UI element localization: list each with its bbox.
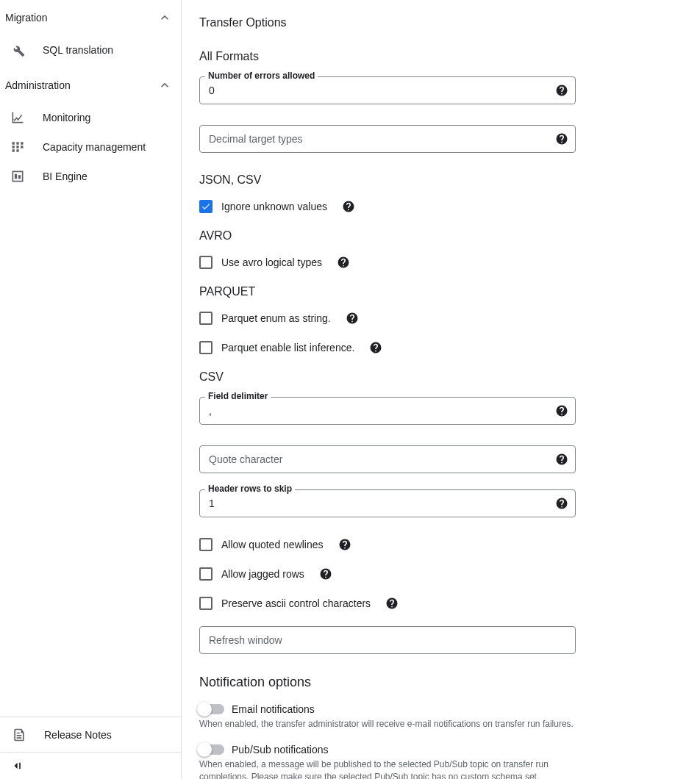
quote-character-input[interactable] xyxy=(199,445,576,473)
sidebar-item-bi-engine[interactable]: BI Engine xyxy=(0,162,181,191)
help-icon[interactable] xyxy=(555,404,568,417)
help-icon[interactable] xyxy=(385,597,399,610)
field-delimiter-field: Field delimiter xyxy=(199,397,576,425)
pubsub-notifications-label: Pub/Sub notifications xyxy=(232,744,329,755)
allow-jagged-rows-label: Allow jagged rows xyxy=(221,568,304,580)
notes-icon xyxy=(12,728,26,742)
chevron-up-icon xyxy=(157,78,172,93)
sidebar-section-label: Administration xyxy=(5,79,71,91)
help-icon[interactable] xyxy=(555,497,568,510)
sidebar-item-capacity[interactable]: Capacity management xyxy=(0,132,181,162)
allow-quoted-newlines-label: Allow quoted newlines xyxy=(221,539,324,550)
ignore-unknown-checkbox[interactable] xyxy=(199,200,213,213)
header-rows-field: Header rows to skip xyxy=(199,489,576,517)
chart-icon xyxy=(10,110,25,125)
sidebar-item-sql-translation[interactable]: SQL translation xyxy=(0,35,181,65)
header-rows-label: Header rows to skip xyxy=(205,484,295,494)
bi-engine-icon xyxy=(10,169,25,184)
notification-options-header: Notification options xyxy=(199,675,682,690)
help-icon[interactable] xyxy=(319,567,332,581)
release-notes-label: Release Notes xyxy=(44,729,112,741)
refresh-window-input[interactable] xyxy=(199,626,576,654)
help-icon[interactable] xyxy=(342,200,355,213)
help-icon[interactable] xyxy=(555,453,568,466)
avro-header: AVRO xyxy=(199,229,682,243)
parquet-list-inference-checkbox[interactable] xyxy=(199,341,213,354)
errors-allowed-label: Number of errors allowed xyxy=(205,71,318,81)
parquet-list-inference-label: Parquet enable list inference. xyxy=(221,342,354,353)
sidebar-section-migration[interactable]: Migration xyxy=(0,0,181,35)
parquet-header: PARQUET xyxy=(199,285,682,298)
sidebar-item-label: Monitoring xyxy=(43,112,90,123)
errors-allowed-field: Number of errors allowed xyxy=(199,76,576,104)
sidebar: Migration SQL translation Administration… xyxy=(0,0,182,779)
decimal-target-types-input[interactable] xyxy=(199,125,576,153)
sidebar-section-label: Migration xyxy=(5,12,48,24)
email-notifications-toggle[interactable] xyxy=(199,704,224,714)
avro-logical-types-label: Use avro logical types xyxy=(221,256,322,268)
sidebar-item-label: SQL translation xyxy=(43,44,113,56)
decimal-target-types-field xyxy=(199,125,576,153)
help-icon[interactable] xyxy=(369,341,382,354)
main-content: Transfer Options All Formats Number of e… xyxy=(182,0,700,779)
pubsub-notifications-toggle[interactable] xyxy=(199,744,224,755)
sidebar-section-administration[interactable]: Administration xyxy=(0,68,181,103)
help-icon[interactable] xyxy=(555,132,568,146)
sidebar-collapse-button[interactable] xyxy=(0,753,181,779)
all-formats-header: All Formats xyxy=(199,50,682,63)
sidebar-item-label: BI Engine xyxy=(43,170,88,182)
json-csv-header: JSON, CSV xyxy=(199,173,682,187)
sidebar-item-monitoring[interactable]: Monitoring xyxy=(0,103,181,132)
sidebar-item-release-notes[interactable]: Release Notes xyxy=(0,717,181,753)
allow-quoted-newlines-checkbox[interactable] xyxy=(199,538,213,551)
parquet-enum-label: Parquet enum as string. xyxy=(221,312,331,324)
wrench-icon xyxy=(10,43,25,57)
help-icon[interactable] xyxy=(346,312,359,325)
field-delimiter-label: Field delimiter xyxy=(205,391,271,401)
preserve-ascii-label: Preserve ascii control characters xyxy=(221,597,371,609)
chevron-up-icon xyxy=(157,10,172,25)
pubsub-notifications-desc: When enabled, a message will be publishe… xyxy=(199,758,576,779)
help-icon[interactable] xyxy=(555,84,568,97)
csv-header: CSV xyxy=(199,370,682,384)
collapse-icon xyxy=(9,758,24,773)
email-notifications-desc: When enabled, the transfer administrator… xyxy=(199,718,576,730)
sidebar-item-label: Capacity management xyxy=(43,141,146,153)
refresh-window-field xyxy=(199,626,576,654)
quote-character-field xyxy=(199,445,576,473)
capacity-icon xyxy=(10,140,25,154)
preserve-ascii-checkbox[interactable] xyxy=(199,597,213,610)
ignore-unknown-label: Ignore unknown values xyxy=(221,201,327,212)
help-icon[interactable] xyxy=(337,256,350,269)
allow-jagged-rows-checkbox[interactable] xyxy=(199,567,213,581)
page-title: Transfer Options xyxy=(199,16,682,29)
help-icon[interactable] xyxy=(338,538,351,551)
avro-logical-types-checkbox[interactable] xyxy=(199,256,213,269)
parquet-enum-checkbox[interactable] xyxy=(199,312,213,325)
email-notifications-label: Email notifications xyxy=(232,703,315,715)
